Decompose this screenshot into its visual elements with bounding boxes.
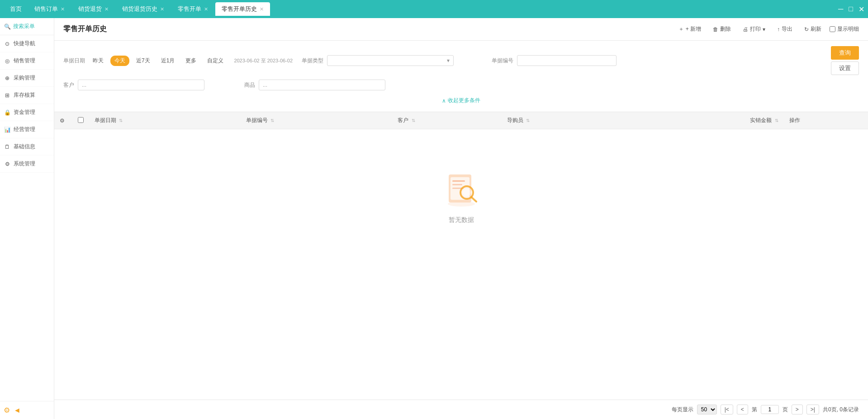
svg-point-7 — [463, 188, 471, 197]
sort-guide-icon: ⇅ — [526, 118, 530, 123]
close-window-icon[interactable]: ✕ — [859, 5, 864, 14]
tab-home[interactable]: 首页 — [4, 2, 28, 16]
svg-rect-4 — [452, 184, 462, 185]
settings-button[interactable]: 设置 — [831, 61, 859, 75]
sort-amount-icon: ⇅ — [775, 118, 778, 123]
th-check[interactable] — [72, 112, 89, 129]
next-page-button[interactable]: > — [792, 405, 803, 414]
refresh-button[interactable]: ↻ 刷新 — [801, 24, 825, 35]
date-btn-today[interactable]: 今天 — [110, 56, 129, 66]
main-layout: 🔍 搜索采单 ⊙ 快捷导航 ◎ 销售管理 ⊕ 采购管理 ⊞ 库存核算 🔒 资金管… — [0, 18, 868, 419]
date-btn-1month[interactable]: 近1月 — [157, 56, 179, 66]
display-detail-checkbox[interactable] — [830, 26, 835, 32]
empty-illustration — [439, 165, 484, 211]
tab-close-sales-return[interactable]: ✕ — [104, 6, 109, 12]
product-filter-label: 商品 — [244, 81, 255, 89]
tab-close-retail-open[interactable]: ✕ — [204, 6, 208, 12]
header-actions: ＋ + 新增 🗑 删除 🖨 打印 ▾ ↑ 导出 ↻ — [675, 24, 859, 35]
add-button[interactable]: ＋ + 新增 — [675, 24, 705, 35]
tab-sales-order[interactable]: 销售订单 ✕ — [28, 2, 71, 16]
th-guide[interactable]: 导购员 ⇅ — [502, 112, 632, 129]
sidebar-item-sales-mgmt[interactable]: ◎ 销售管理 — [0, 52, 54, 70]
export-button[interactable]: ↑ 导出 — [773, 24, 796, 35]
doc-type-select[interactable]: ▾ — [327, 55, 454, 66]
filter-dates: 昨天 今天 近7天 近1月 更多 自定义 — [89, 56, 228, 66]
total-info: 共0页, 0条记录 — [823, 406, 859, 414]
query-button[interactable]: 查询 — [831, 46, 859, 60]
th-date[interactable]: 单据日期 ⇅ — [89, 112, 241, 129]
tab-close-sales-return-history[interactable]: ✕ — [160, 6, 164, 12]
sidebar-item-quick-nav[interactable]: ⊙ 快捷导航 — [0, 35, 54, 52]
system-icon: ⚙ — [4, 160, 11, 168]
date-btn-yesterday[interactable]: 昨天 — [89, 56, 108, 66]
sidebar-item-system[interactable]: ⚙ 系统管理 — [0, 155, 54, 173]
sidebar-item-basic-info[interactable]: 🗒 基础信息 — [0, 138, 54, 155]
sidebar: 🔍 搜索采单 ⊙ 快捷导航 ◎ 销售管理 ⊕ 采购管理 ⊞ 库存核算 🔒 资金管… — [0, 18, 54, 419]
top-tab-bar: 首页 销售订单 ✕ 销货退货 ✕ 销货退货历史 ✕ 零售开单 ✕ 零售开单历史 … — [0, 0, 868, 18]
page-label: 第 — [752, 406, 757, 414]
tab-retail-open-history[interactable]: 零售开单历史 ✕ — [215, 2, 270, 16]
date-btn-more[interactable]: 更多 — [181, 56, 200, 66]
delete-button[interactable]: 🗑 删除 — [709, 24, 735, 35]
per-page-label: 每页显示 — [672, 406, 693, 414]
th-action: 操作 — [784, 112, 868, 129]
customer-select[interactable]: ... — [78, 80, 204, 90]
print-button[interactable]: 🖨 打印 ▾ — [739, 24, 769, 35]
date-btn-custom[interactable]: 自定义 — [203, 56, 228, 66]
product-select[interactable]: ... — [259, 80, 385, 90]
tab-sales-return[interactable]: 销货退货 ✕ — [72, 2, 115, 16]
last-page-button[interactable]: >| — [806, 405, 819, 414]
filter-row-1: 单据日期 昨天 今天 近7天 近1月 更多 自定义 2023-06-02 至 2… — [63, 46, 859, 75]
filter-section: 单据日期 昨天 今天 近7天 近1月 更多 自定义 2023-06-02 至 2… — [54, 41, 868, 112]
table-header-row: ⚙ 单据日期 ⇅ 单据编号 ⇅ 客户 ⇅ — [54, 112, 868, 129]
basic-info-icon: 🗒 — [4, 143, 11, 151]
doc-type-dropdown-icon: ▾ — [447, 57, 450, 64]
doc-number-input[interactable] — [517, 55, 617, 66]
sidebar-item-business[interactable]: 📊 经营管理 — [0, 121, 54, 138]
th-customer[interactable]: 客户 ⇅ — [392, 112, 502, 129]
tab-close-retail-open-history[interactable]: ✕ — [260, 6, 264, 12]
tab-close-sales-order[interactable]: ✕ — [61, 6, 65, 12]
sidebar-bottom: ⚙ ◄ — [0, 401, 54, 419]
tab-sales-return-history[interactable]: 销货退货历史 ✕ — [116, 2, 171, 16]
page-title: 零售开单历史 — [63, 24, 107, 34]
date-btn-7days[interactable]: 近7天 — [132, 56, 154, 66]
th-amount[interactable]: 实销金额 ⇅ — [632, 112, 784, 129]
sort-customer-icon: ⇅ — [412, 118, 415, 123]
collapse-sidebar-icon[interactable]: ◄ — [14, 406, 21, 414]
select-all-checkbox[interactable] — [78, 117, 84, 123]
sidebar-search[interactable]: 🔍 搜索采单 — [0, 18, 54, 35]
sort-date-icon: ⇅ — [119, 118, 123, 123]
page-header: 零售开单历史 ＋ + 新增 🗑 删除 🖨 打印 ▾ ↑ 导出 — [54, 18, 868, 41]
collapse-icon: ∧ — [442, 98, 446, 104]
minimize-icon[interactable]: ─ — [838, 5, 843, 13]
print-icon: 🖨 — [743, 26, 748, 33]
refresh-icon: ↻ — [804, 26, 809, 33]
sales-mgmt-icon: ◎ — [4, 57, 11, 65]
per-page-select[interactable]: 50 — [697, 405, 717, 414]
svg-line-8 — [471, 197, 476, 202]
sidebar-item-inventory[interactable]: ⊞ 库存核算 — [0, 87, 54, 104]
data-table: ⚙ 单据日期 ⇅ 单据编号 ⇅ 客户 ⇅ — [54, 112, 868, 260]
th-settings[interactable]: ⚙ — [54, 112, 72, 129]
sidebar-item-finance[interactable]: 🔒 资金管理 — [0, 104, 54, 121]
collapse-bar[interactable]: ∧ 收起更多条件 — [63, 95, 859, 106]
customer-filter-label: 客户 — [63, 81, 74, 89]
filter-row-2: 客户 ... 商品 ... — [63, 80, 859, 90]
content-area: 零售开单历史 ＋ + 新增 🗑 删除 🖨 打印 ▾ ↑ 导出 — [54, 18, 868, 419]
delete-icon: 🗑 — [713, 26, 718, 33]
sort-number-icon: ⇅ — [270, 118, 274, 123]
display-detail-toggle[interactable]: 显示明细 — [830, 25, 859, 33]
maximize-icon[interactable]: □ — [849, 5, 853, 13]
settings-bottom-icon[interactable]: ⚙ — [4, 406, 10, 414]
sidebar-item-purchase-mgmt[interactable]: ⊕ 采购管理 — [0, 70, 54, 87]
export-icon: ↑ — [777, 26, 780, 33]
doc-type-label: 单据类型 — [302, 57, 323, 65]
top-right-icons: ─ □ ✕ — [838, 5, 864, 14]
tab-retail-open[interactable]: 零售开单 ✕ — [171, 2, 214, 16]
finance-icon: 🔒 — [4, 109, 11, 116]
page-number-input[interactable] — [761, 405, 779, 414]
prev-page-button[interactable]: < — [737, 405, 748, 414]
first-page-button[interactable]: |< — [721, 405, 733, 414]
th-number[interactable]: 单据编号 ⇅ — [241, 112, 392, 129]
